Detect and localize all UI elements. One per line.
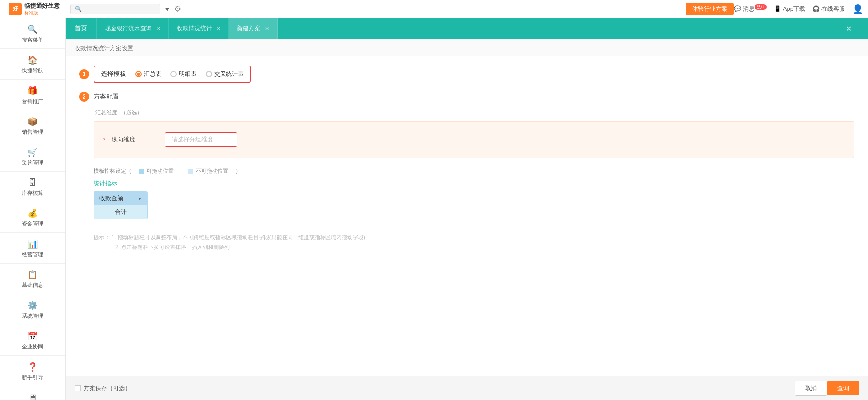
metrics-card-header[interactable]: 收款金额 ▼	[94, 192, 147, 205]
system-icon: ⚙️	[28, 301, 38, 311]
page-content: 收款情况统计方案设置 1 选择模板 汇总表	[66, 39, 868, 376]
tab-bank-flow-close-icon[interactable]: ×	[156, 25, 160, 32]
download-button[interactable]: 📱 App下载	[774, 5, 805, 13]
metrics-card-body-text: 合计	[115, 208, 127, 215]
breadcrumb: 收款情况统计方案设置	[66, 39, 868, 56]
tab-new-plan[interactable]: 新建方案 ×	[229, 18, 277, 39]
legend-draggable-label: 可拖动位置	[146, 167, 174, 175]
sidebar-item-collab[interactable]: 📅 企业协同	[0, 325, 65, 356]
tab-bank-flow[interactable]: 现金银行流水查询 ×	[97, 18, 169, 39]
legend-draggable-dot	[139, 169, 144, 174]
dimension-select[interactable]: 请选择分组维度	[165, 132, 237, 147]
tab-new-plan-close-icon[interactable]: ×	[265, 25, 269, 32]
section1-header: 1 选择模板 汇总表 明细表	[79, 66, 854, 83]
legend-fixed: 不可拖动位置	[188, 167, 228, 175]
sidebar-item-label: 新手引导	[22, 374, 43, 381]
tab-receipt-stats-close-icon[interactable]: ×	[217, 25, 220, 32]
sidebar-item-label: 库存核算	[22, 189, 43, 197]
trial-button[interactable]: 体验行业方案	[686, 3, 734, 15]
metrics-card-body: 合计	[94, 205, 147, 219]
section-config: 2 方案配置 汇总维度 （必选） * 纵向维度	[79, 92, 854, 257]
legend-draggable: 可拖动位置	[139, 167, 174, 175]
sidebar-item-inventory[interactable]: 🗄 库存核算	[0, 172, 65, 202]
query-button[interactable]: 查询	[827, 381, 859, 395]
radio-summary[interactable]: 汇总表	[135, 70, 161, 78]
metrics-legend: 模板指标设定（ 可拖动位置 不可拖动位置 ）	[94, 167, 854, 175]
sidebar-item-finance[interactable]: 💰 资金管理	[0, 202, 65, 233]
tip2-text: 2. 点击标题栏下拉可设置排序、插入列和删除列	[94, 243, 230, 253]
sidebar-item-search[interactable]: 🔍 搜索菜单	[0, 18, 65, 49]
save-label: 方案保存（可选）	[84, 384, 131, 392]
sidebar-item-system[interactable]: ⚙️ 系统管理	[0, 294, 65, 325]
sidebar-item-nav[interactable]: 🏠 快捷导航	[0, 49, 65, 80]
radio-detail[interactable]: 明细表	[170, 70, 197, 78]
message-badge: 99+	[755, 4, 767, 10]
topbar-search-area: 🔍 ▼ ⚙	[70, 4, 686, 14]
edition-label: 标准版	[24, 10, 60, 16]
purchase-icon: 🛒	[28, 147, 38, 157]
radio-summary-circle	[135, 71, 142, 77]
legend-fixed-dot	[188, 169, 193, 174]
sidebar-item-management[interactable]: 📊 经营管理	[0, 233, 65, 264]
sidebar-item-guide[interactable]: ❓ 新手引导	[0, 356, 65, 386]
sidebar-item-sales[interactable]: 📦 销售管理	[0, 110, 65, 141]
collab-icon: 📅	[28, 331, 38, 341]
search-box[interactable]: 🔍	[70, 4, 160, 14]
maximize-icon[interactable]: ⛶	[856, 24, 863, 33]
topbar: 好 畅捷通好生意 标准版 🔍 ▼ ⚙ 体验行业方案 💬 消息 99+ 📱 App…	[0, 0, 868, 18]
tab-home[interactable]: 首页	[66, 18, 97, 39]
trial-button-area: 体验行业方案	[686, 3, 734, 15]
topbar-actions: 💬 消息 99+ 📱 App下载 🎧 在线客服 👤	[734, 4, 863, 14]
user-avatar[interactable]: 👤	[852, 4, 863, 14]
cancel-button[interactable]: 取消	[795, 381, 827, 396]
form-area: 1 选择模板 汇总表 明细表	[66, 56, 868, 275]
dimension-row: * 纵向维度 —— 请选择分组维度	[103, 132, 845, 147]
sidebar-item-label: 搜索菜单	[22, 36, 43, 44]
config-body: 汇总维度 （必选） * 纵向维度 —— 请选择分组维度	[79, 109, 854, 257]
radio-cross[interactable]: 交叉统计表	[206, 70, 244, 78]
save-option[interactable]: 方案保存（可选）	[75, 384, 131, 392]
download-label: App下载	[783, 5, 805, 13]
section2-header: 2 方案配置	[79, 92, 854, 102]
avatar-icon: 👤	[852, 4, 863, 14]
close-window-icon[interactable]: ✕	[846, 24, 852, 33]
metrics-dropdown-icon[interactable]: ▼	[137, 196, 142, 201]
message-icon: 💬	[734, 5, 741, 12]
metrics-card-header-text: 收款金额	[99, 194, 123, 202]
dropdown-arrow-icon[interactable]: ▼	[164, 5, 170, 13]
dimension-required-hint: （必选）	[121, 109, 142, 116]
sidebar-item-basic-info[interactable]: 📋 基础信息	[0, 264, 65, 294]
save-checkbox[interactable]	[75, 385, 81, 391]
metrics-area: 模板指标设定（ 可拖动位置 不可拖动位置 ）	[94, 167, 854, 219]
sidebar-item-label: 基础信息	[22, 282, 43, 289]
logo-area: 好 畅捷通好生意 标准版	[5, 2, 70, 16]
sales-icon: 📦	[28, 117, 38, 127]
finance-icon: 💰	[28, 208, 38, 218]
tabbar-right: ✕ ⛶	[846, 24, 868, 33]
content-area: 首页 现金银行流水查询 × 收款情况统计 × 新建方案 × ✕ ⛶ 收款情况统计…	[66, 18, 868, 400]
section1-title: 选择模板	[101, 70, 126, 78]
legend-end: ）	[236, 167, 241, 175]
nav-icon: 🏠	[28, 55, 38, 65]
sidebar-item-purchase[interactable]: 🛒 采购管理	[0, 141, 65, 172]
sidebar-item-marketing[interactable]: 🎁 营销推广	[0, 80, 65, 110]
sidebar-item-hardware[interactable]: 🖥 智能硬件	[0, 386, 65, 400]
section2-title: 方案配置	[94, 93, 119, 101]
tip1-text: 提示： 1. 拖动标题栏可以调整布局，不可跨维度或指标区域拖动栏目字段(只能在同…	[94, 233, 365, 243]
tip-row-1: 提示： 1. 拖动标题栏可以调整布局，不可跨维度或指标区域拖动栏目字段(只能在同…	[94, 233, 854, 243]
radio-cross-label: 交叉统计表	[214, 70, 244, 78]
arrow-icon: ——	[143, 136, 157, 144]
gear-icon[interactable]: ⚙	[174, 4, 181, 14]
sidebar-item-label: 资金管理	[22, 220, 43, 228]
tabbar: 首页 现金银行流水查询 × 收款情况统计 × 新建方案 × ✕ ⛶	[66, 18, 868, 39]
message-button[interactable]: 💬 消息 99+	[734, 5, 767, 13]
required-star: *	[103, 136, 105, 143]
support-button[interactable]: 🎧 在线客服	[812, 5, 845, 13]
tab-receipt-stats[interactable]: 收款情况统计 ×	[169, 18, 229, 39]
inventory-icon: 🗄	[28, 178, 37, 188]
legend-fixed-label: 不可拖动位置	[196, 167, 228, 175]
radio-detail-circle	[170, 71, 177, 77]
sidebar-item-label: 采购管理	[22, 159, 43, 167]
tips-area: 提示： 1. 拖动标题栏可以调整布局，不可跨维度或指标区域拖动栏目字段(只能在同…	[94, 228, 854, 257]
logo-text: 畅捷通好生意	[24, 2, 60, 10]
